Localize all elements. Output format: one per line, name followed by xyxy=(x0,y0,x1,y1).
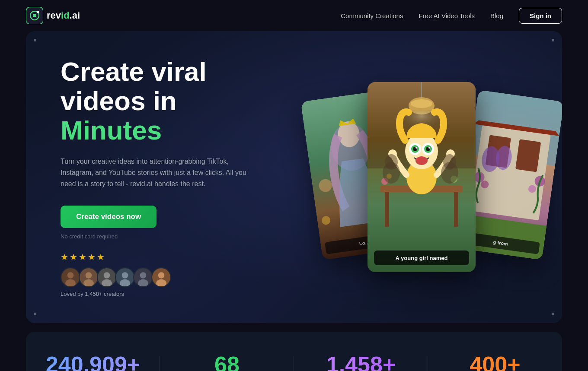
svg-point-14 xyxy=(122,272,128,279)
avatar-icon xyxy=(152,267,170,287)
svg-rect-38 xyxy=(454,192,458,227)
svg-point-48 xyxy=(428,147,430,149)
svg-point-11 xyxy=(104,272,110,279)
stat-number-other: 400+ xyxy=(428,353,562,371)
avatar xyxy=(133,267,153,287)
hero-content: Create viral videos in Minutes Turn your… xyxy=(61,57,285,297)
svg-point-56 xyxy=(385,154,398,170)
corner-dot-br xyxy=(552,313,554,315)
blog-link[interactable]: Blog xyxy=(490,12,503,19)
phone-card-center: A young girl named xyxy=(368,82,476,272)
avatar xyxy=(97,267,117,287)
hero-description: Turn your creative ideas into attention-… xyxy=(61,156,259,190)
community-creations-link[interactable]: Community Creations xyxy=(341,12,403,19)
corner-dot-bl xyxy=(34,313,36,315)
corner-dot-tr xyxy=(552,39,554,41)
phone-screen-center: A young girl named xyxy=(368,82,476,272)
corner-dot-tl xyxy=(34,39,36,41)
svg-point-9 xyxy=(83,279,94,287)
create-videos-button[interactable]: Create videos now xyxy=(61,206,157,228)
free-ai-video-tools-link[interactable]: Free AI Video Tools xyxy=(419,12,475,19)
svg-point-3 xyxy=(37,11,39,13)
svg-point-49 xyxy=(415,156,428,165)
logo-text: revid.ai xyxy=(47,10,80,21)
no-credit-card-text: No credit card required xyxy=(61,233,285,240)
svg-rect-37 xyxy=(385,192,389,227)
hero-title: Create viral videos in Minutes xyxy=(61,57,285,146)
svg-rect-65 xyxy=(515,139,541,172)
navbar: revid.ai Community Creations Free AI Vid… xyxy=(0,0,588,31)
nav-links: Community Creations Free AI Video Tools … xyxy=(341,8,562,24)
avatar xyxy=(151,267,171,287)
svg-point-21 xyxy=(156,279,166,287)
stat-item-tools: 68 xyxy=(160,353,294,371)
stat-item-creators: 1,458+ xyxy=(294,353,428,371)
stat-item-other: 400+ xyxy=(428,353,562,371)
stats-section: 240,909+ 68 1,458+ 400+ xyxy=(26,332,562,371)
avatar-group xyxy=(61,267,285,287)
svg-point-15 xyxy=(120,279,130,287)
avatar xyxy=(61,267,80,287)
avatar xyxy=(115,267,135,287)
logo-icon xyxy=(26,7,43,24)
phone-bg-center: A young girl named xyxy=(368,82,476,272)
svg-point-18 xyxy=(138,279,148,287)
avatar-icon xyxy=(98,267,116,287)
avatar-icon xyxy=(134,267,152,287)
svg-point-6 xyxy=(65,279,76,287)
svg-point-8 xyxy=(86,272,92,279)
avatar xyxy=(79,267,99,287)
svg-point-2 xyxy=(33,14,36,17)
svg-point-20 xyxy=(158,272,165,279)
avatar-icon xyxy=(116,267,134,287)
avatar-icon xyxy=(61,267,80,287)
avatar-icon xyxy=(80,267,98,287)
svg-point-12 xyxy=(102,279,112,287)
svg-point-35 xyxy=(411,99,432,108)
loved-by-text: Loved by 1,458+ creators xyxy=(61,291,285,297)
logo[interactable]: revid.ai xyxy=(26,7,80,24)
stat-number-videos: 240,909+ xyxy=(26,353,160,371)
stat-number-tools: 68 xyxy=(160,353,294,371)
svg-point-17 xyxy=(140,272,147,279)
stat-number-creators: 1,458+ xyxy=(294,353,428,371)
svg-point-44 xyxy=(415,147,417,149)
svg-text:A young girl named: A young girl named xyxy=(396,255,448,261)
hero-section: Create viral videos in Minutes Turn your… xyxy=(26,31,562,323)
sign-in-button[interactable]: Sign in xyxy=(519,8,562,24)
hero-visuals: Lo... xyxy=(303,69,562,285)
stat-item-videos: 240,909+ xyxy=(26,353,160,371)
svg-point-5 xyxy=(67,272,74,279)
svg-point-58 xyxy=(443,154,456,170)
star-rating: ★ ★ ★ ★ ★ xyxy=(61,252,285,262)
